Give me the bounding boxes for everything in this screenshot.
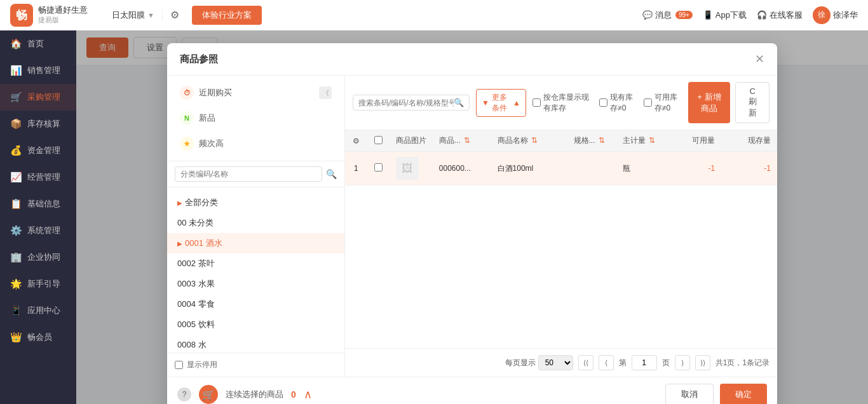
select-all-checkbox[interactable] xyxy=(374,136,383,144)
refresh-button[interactable]: C 刷新 xyxy=(735,82,770,123)
page-first-button[interactable]: ⟨⟨ xyxy=(578,355,593,370)
sidebar-item-home[interactable]: 🏠 首页 xyxy=(0,30,76,57)
service-item[interactable]: 🎧 在线客服 xyxy=(757,10,803,21)
page-size-wrap: 每页显示 50 20 100 xyxy=(505,355,573,370)
logo-area: 畅 畅捷通好生意 捷易版 xyxy=(10,4,99,27)
settings-icon[interactable]: ⚙ xyxy=(163,9,187,21)
frequent-icon: ★ xyxy=(180,137,194,151)
sort-icon-spec: ⇅ xyxy=(599,136,605,145)
filter-more-button[interactable]: ▼ 更多条件 ▲ xyxy=(476,89,526,117)
page-last-button[interactable]: ⟩⟩ xyxy=(695,355,710,370)
sidebar-item-guide[interactable]: 🌟 新手引导 xyxy=(0,271,76,297)
page-prev-button[interactable]: ⟨ xyxy=(599,355,614,370)
cat-0002[interactable]: 0002 茶叶 xyxy=(167,253,344,274)
modal-right-panel: 🔍 ▼ 更多条件 ▲ 按仓库显示现有库存 xyxy=(345,76,777,377)
col-header-spec[interactable]: 规格... ⇅ xyxy=(567,130,616,152)
sidebar-item-operations[interactable]: 📈 经营管理 xyxy=(0,164,76,191)
cat-00[interactable]: 00 未分类 xyxy=(167,213,344,233)
arrow-icon-0001: ▶ xyxy=(177,240,182,247)
avatar: 徐 xyxy=(813,6,831,24)
cart-button[interactable]: 🛒 xyxy=(199,385,218,404)
row-checkbox[interactable] xyxy=(374,163,383,172)
modal-close-button[interactable]: ✕ xyxy=(755,52,764,66)
category-search-icon[interactable]: 🔍 xyxy=(326,169,337,179)
row-image-cell: 🖼 xyxy=(390,152,433,185)
quick-recent[interactable]: ⏱ 近期购买 《 xyxy=(175,82,337,104)
sidebar-item-purchase[interactable]: 🛒 采购管理 xyxy=(0,84,76,111)
product-table-wrap: ⚙ 商品图片 商品... ⇅ xyxy=(345,130,777,348)
nav-right: 💬 消息 99+ 📱 App下载 🎧 在线客服 徐 徐泽华 xyxy=(642,6,858,24)
trial-button[interactable]: 体验行业方案 xyxy=(192,6,262,25)
sidebar-item-sales[interactable]: 📊 销售管理 xyxy=(0,57,76,84)
user-area[interactable]: 徐 徐泽华 xyxy=(813,6,858,24)
col-header-code[interactable]: 商品... ⇅ xyxy=(433,130,491,152)
row-code: 000600... xyxy=(433,152,491,185)
system-icon: ⚙️ xyxy=(10,225,22,236)
product-search-input[interactable] xyxy=(358,98,454,107)
page-size-select[interactable]: 50 20 100 xyxy=(538,355,573,370)
main-layout: 🏠 首页 📊 销售管理 🛒 采购管理 📦 库存核算 💰 资金管理 📈 经营管理 … xyxy=(0,30,868,404)
filter-warehouse[interactable]: 按仓库显示现有库存 xyxy=(532,92,593,114)
table-row[interactable]: 1 🖼 000600... 白酒100ml xyxy=(345,152,777,185)
sidebar-item-finance[interactable]: 💰 资金管理 xyxy=(0,137,76,164)
app-download-item[interactable]: 📱 App下载 xyxy=(703,10,747,21)
add-product-button[interactable]: + 新增商品 xyxy=(688,82,731,123)
sidebar-item-enterprise[interactable]: 🏢 企业协同 xyxy=(0,244,76,271)
show-disabled-checkbox[interactable] xyxy=(175,361,183,369)
cat-0004[interactable]: 0004 零食 xyxy=(167,294,344,314)
row-name: 白酒100ml xyxy=(491,152,567,185)
col-header-settings[interactable]: ⚙ xyxy=(345,130,367,152)
sidebar-item-member[interactable]: 👑 畅会员 xyxy=(0,324,76,351)
row-unit: 瓶 xyxy=(616,152,666,185)
store-selector[interactable]: 日太阳膜 ▼ xyxy=(104,10,163,21)
col-header-unit[interactable]: 主计量 ⇅ xyxy=(616,130,666,152)
stock-nonzero-checkbox[interactable] xyxy=(599,98,607,107)
sidebar-item-basic[interactable]: 📋 基础信息 xyxy=(0,191,76,217)
filter-avail-nonzero[interactable]: 可用库存≠0 xyxy=(644,92,682,114)
sidebar-item-apps[interactable]: 📱 应用中心 xyxy=(0,297,76,324)
filter-icon: ▼ xyxy=(482,98,489,107)
cat-0001[interactable]: ▶ 0001 酒水 xyxy=(167,233,344,253)
sort-icon-name: ⇅ xyxy=(531,136,538,145)
cat-0008[interactable]: 0008 水 xyxy=(167,335,344,353)
cat-all[interactable]: ▶ 全部分类 xyxy=(167,192,344,213)
avail-nonzero-checkbox[interactable] xyxy=(644,98,652,107)
pagination: 每页显示 50 20 100 ⟨⟨ ⟨ 第 页 xyxy=(345,348,777,377)
modal-body: ⏱ 近期购买 《 N 新品 ★ 频次高 xyxy=(167,76,777,377)
filter-bar: 🔍 ▼ 更多条件 ▲ 按仓库显示现有库存 xyxy=(345,76,777,130)
toolbar-buttons: + 新增商品 C 刷新 xyxy=(688,82,770,123)
page-info: 共1页，1条记录 xyxy=(715,358,770,368)
page-next-button[interactable]: ⟩ xyxy=(675,355,690,370)
row-stock: -1 xyxy=(721,152,777,185)
cat-0003[interactable]: 0003 水果 xyxy=(167,274,344,294)
col-header-check[interactable] xyxy=(367,130,390,152)
enterprise-icon: 🏢 xyxy=(10,252,22,263)
cancel-button[interactable]: 取消 xyxy=(665,384,714,404)
new-icon: N xyxy=(180,111,194,125)
confirm-button[interactable]: 确定 xyxy=(720,384,767,404)
filter-stock-nonzero[interactable]: 现有库存≠0 xyxy=(599,92,637,114)
page-input[interactable] xyxy=(632,355,657,370)
warehouse-checkbox[interactable] xyxy=(532,98,541,107)
category-search-input[interactable] xyxy=(175,166,322,182)
basic-icon: 📋 xyxy=(10,198,22,210)
message-item[interactable]: 💬 消息 99+ xyxy=(642,10,693,21)
row-checkbox-cell[interactable] xyxy=(367,152,390,185)
logo-icon: 畅 xyxy=(10,4,33,27)
quick-frequent[interactable]: ★ 频次高 xyxy=(175,133,337,154)
sidebar-item-system[interactable]: ⚙️ 系统管理 xyxy=(0,217,76,244)
cat-0005[interactable]: 0005 饮料 xyxy=(167,314,344,335)
modal-left-panel: ⏱ 近期购买 《 N 新品 ★ 频次高 xyxy=(167,76,345,377)
footer-buttons: 取消 确定 xyxy=(665,384,767,404)
show-disabled-label[interactable]: 显示停用 xyxy=(187,360,217,370)
quick-new[interactable]: N 新品 xyxy=(175,107,337,129)
collapse-icon[interactable]: 《 xyxy=(319,86,332,99)
sales-icon: 📊 xyxy=(10,65,22,76)
sidebar-item-inventory[interactable]: 📦 库存核算 xyxy=(0,111,76,137)
continuous-label: 连续选择的商品 xyxy=(226,389,283,400)
phone-icon: 📱 xyxy=(703,10,713,20)
help-icon[interactable]: ? xyxy=(177,387,191,401)
col-header-name[interactable]: 商品名称 ⇅ xyxy=(491,130,567,152)
modal-footer: ? 🛒 连续选择的商品 0 ∧ 取消 确定 xyxy=(167,377,777,404)
collapse-footer-icon[interactable]: ∧ xyxy=(304,387,312,401)
